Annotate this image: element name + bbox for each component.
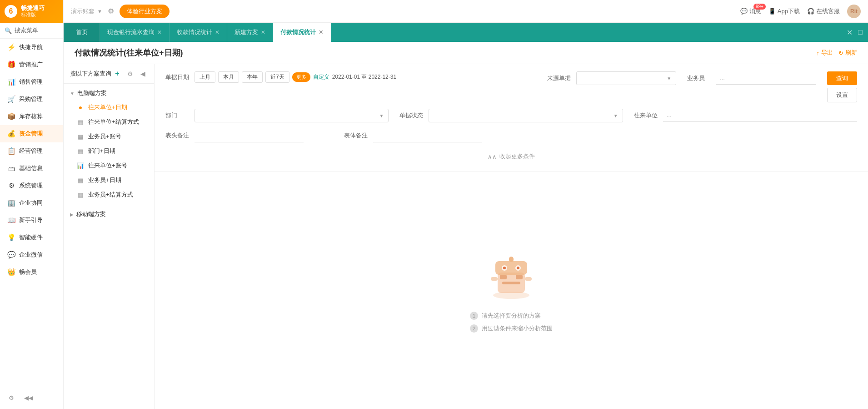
tab-close-payment-stats[interactable]: ✕ xyxy=(319,29,323,35)
table-body-note-input[interactable] xyxy=(373,129,482,142)
header-right: 💬 消息 99+ 📱 App下载 🎧 在线客服 Rit xyxy=(740,5,861,18)
scheme-group-mobile-title[interactable]: ▶ 移动端方案 xyxy=(64,207,154,221)
message-icon: 💬 xyxy=(740,8,748,15)
scheme-group-mobile: ▶ 移动端方案 xyxy=(64,205,154,224)
sidebar-item-system[interactable]: ⚙ 系统管理 xyxy=(0,177,63,194)
scheme-table-icon4: ▦ xyxy=(76,176,85,184)
filter-actions: 查询 设置 xyxy=(827,71,857,102)
scheme-item-staff-account[interactable]: ▦ 业务员+账号 xyxy=(64,129,154,144)
query-btn[interactable]: 查询 xyxy=(827,71,857,85)
tab-home[interactable]: 首页 xyxy=(64,23,100,42)
crown-icon: 👑 xyxy=(7,268,15,276)
date-last-7-days[interactable]: 近7天 xyxy=(265,71,289,83)
refresh-btn[interactable]: ↻ 刷新 xyxy=(838,49,857,57)
empty-tips: 1 请先选择要分析的方案 2 用过滤条件来缩小分析范围 xyxy=(470,312,553,333)
company-selector[interactable]: 演示账套 ▼ xyxy=(71,7,102,15)
scheme-add-btn[interactable]: + xyxy=(112,69,122,79)
scheme-settings-btn[interactable]: ⚙ xyxy=(125,69,135,79)
mobile-icon: 📱 xyxy=(768,8,776,15)
chart-icon: 📊 xyxy=(7,78,15,86)
svg-rect-5 xyxy=(495,261,527,275)
guide-icon: 📖 xyxy=(7,216,15,224)
empty-robot-svg xyxy=(486,252,536,302)
search-menu[interactable]: 🔍 搜索菜单 xyxy=(0,23,63,39)
sidebar-item-wechat[interactable]: 💬 企业微信 xyxy=(0,246,63,263)
tab-expand-btn[interactable]: □ xyxy=(858,28,863,36)
svg-rect-2 xyxy=(500,275,507,279)
tab-close-new-scheme[interactable]: ✕ xyxy=(261,29,265,35)
filter-voucher-status-item: 单据状态 ▼ xyxy=(399,109,623,122)
svg-rect-3 xyxy=(516,275,523,279)
collapse-more-btn[interactable]: ∧∧ 收起更多条件 xyxy=(477,149,546,164)
sidebar-item-marketing[interactable]: 🎁 营销推广 xyxy=(0,56,63,73)
date-this-month[interactable]: 本月 xyxy=(218,71,239,83)
sidebar: 6 畅捷通巧 标准版 🔍 搜索菜单 ⚡ 快捷导航 🎁 营销推广 📊 销售管理 🛒… xyxy=(0,0,64,409)
table-header-note-input[interactable] xyxy=(195,129,304,142)
scheme-title: 按以下方案查询 xyxy=(70,70,111,78)
export-icon: ↑ xyxy=(817,50,820,56)
sidebar-item-member[interactable]: 👑 畅会员 xyxy=(0,263,63,281)
sidebar-item-quick-nav[interactable]: ⚡ 快捷导航 xyxy=(0,39,63,56)
scheme-group-desktop-title[interactable]: ▼ 电脑端方案 xyxy=(64,86,154,100)
sidebar-item-operation[interactable]: 📋 经营管理 xyxy=(0,142,63,160)
app-download-btn[interactable]: 📱 App下载 xyxy=(768,7,800,15)
online-service-btn[interactable]: 🎧 在线客服 xyxy=(807,7,840,15)
tip-num-1: 1 xyxy=(470,312,478,320)
sidebar-footer: ⚙ ◀◀ xyxy=(0,386,63,409)
cart-icon: 🛒 xyxy=(7,95,15,103)
partner-input[interactable]: ... xyxy=(663,109,857,122)
scheme-item-staff-settle[interactable]: ▦ 业务员+结算方式 xyxy=(64,187,154,202)
sidebar-item-sales[interactable]: 📊 销售管理 xyxy=(0,73,63,91)
page-actions: ↑ 导出 ↻ 刷新 xyxy=(817,49,858,57)
trial-btn[interactable]: 体验行业方案 xyxy=(120,5,170,18)
date-last-month[interactable]: 上月 xyxy=(195,71,215,83)
scheme-collapse-btn[interactable]: ◀ xyxy=(138,69,148,79)
sidebar-item-purchase[interactable]: 🛒 采购管理 xyxy=(0,91,63,108)
date-this-year[interactable]: 本年 xyxy=(242,71,263,83)
sidebar-item-inventory[interactable]: 📦 库存核算 xyxy=(0,108,63,125)
messages-btn[interactable]: 💬 消息 99+ xyxy=(740,7,761,15)
date-more[interactable]: 更多 xyxy=(292,72,310,82)
filter-area: 单据日期 上月 本月 本年 近7天 更多 自定义 2022-01-01 至 20… xyxy=(155,64,868,409)
sidebar-collapse-btn[interactable]: ◀◀ xyxy=(22,391,35,404)
scheme-item-dept-date[interactable]: ▦ 部门+日期 xyxy=(64,144,154,158)
scheme-item-partner-account[interactable]: 📊 往来单位+账号 xyxy=(64,158,154,173)
scheme-table-icon2: ▦ xyxy=(76,132,85,141)
date-custom[interactable]: 自定义 xyxy=(313,73,329,81)
header-settings-btn[interactable]: ⚙ xyxy=(108,7,114,15)
dept-select[interactable]: ▼ xyxy=(195,109,389,122)
active-scheme-icon: ● xyxy=(76,103,85,111)
logo-icon: 6 xyxy=(5,5,17,18)
tab-close-bank-flow[interactable]: ✕ xyxy=(157,29,162,35)
tab-payment-stats[interactable]: 付款情况统计 ✕ xyxy=(273,23,331,42)
sidebar-item-enterprise[interactable]: 🏢 企业协同 xyxy=(0,194,63,212)
scheme-item-partner-settle[interactable]: ▦ 往来单位+结算方式 xyxy=(64,115,154,129)
gear-icon: ⚙ xyxy=(7,182,15,190)
sidebar-item-fund[interactable]: 💰 资金管理 xyxy=(0,125,63,142)
sidebar-item-hardware[interactable]: 💡 智能硬件 xyxy=(0,229,63,246)
sidebar-settings-btn[interactable]: ⚙ xyxy=(5,391,18,404)
date-options: 上月 本月 本年 近7天 更多 自定义 2022-01-01 至 2022-12… xyxy=(195,71,396,83)
empty-tip-2: 2 用过滤条件来缩小分析范围 xyxy=(470,324,553,333)
source-voucher-select[interactable]: ▼ xyxy=(576,71,676,85)
scheme-item-staff-date[interactable]: ▦ 业务员+日期 xyxy=(64,173,154,187)
sidebar-item-basic-info[interactable]: 🗃 基础信息 xyxy=(0,160,63,177)
tab-collection-stats[interactable]: 收款情况统计 ✕ xyxy=(170,23,227,42)
chevron-down-icon: ▼ xyxy=(97,9,102,14)
voucher-status-select[interactable]: ▼ xyxy=(429,109,623,122)
export-btn[interactable]: ↑ 导出 xyxy=(817,49,833,57)
filter-setting-btn[interactable]: 设置 xyxy=(827,88,857,102)
filter-dept-item: 部门 ▼ xyxy=(165,109,389,122)
user-avatar[interactable]: Rit xyxy=(847,5,861,18)
tab-new-scheme[interactable]: 新建方案 ✕ xyxy=(227,23,273,42)
sidebar-item-guide[interactable]: 📖 新手引导 xyxy=(0,212,63,229)
filter-table-header-note-item: 表头备注 xyxy=(165,129,333,142)
tab-close-collection-stats[interactable]: ✕ xyxy=(215,29,219,35)
staff-input[interactable]: ... xyxy=(716,71,816,85)
scheme-table-icon3: ▦ xyxy=(76,147,85,155)
tab-bank-flow[interactable]: 现金银行流水查询 ✕ xyxy=(100,23,170,42)
tab-close-all-btn[interactable]: ✕ xyxy=(847,28,853,37)
scheme-item-partner-date[interactable]: ● 往来单位+日期 xyxy=(64,100,154,115)
logo-text: 畅捷通巧 标准版 xyxy=(21,5,45,19)
tab-controls: ✕ □ xyxy=(841,23,868,42)
